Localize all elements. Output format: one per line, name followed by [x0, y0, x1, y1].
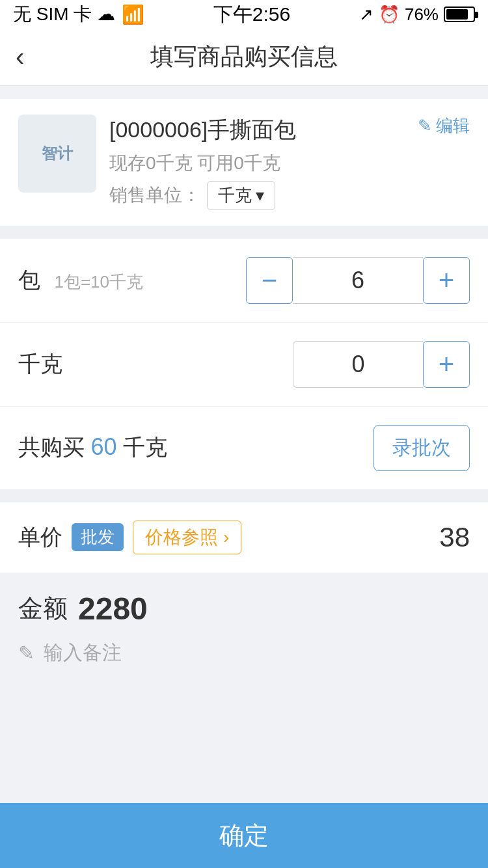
nav-bar: ‹ 填写商品购买信息 [0, 29, 488, 86]
confirm-label: 确定 [219, 819, 269, 852]
back-button[interactable]: ‹ [16, 42, 24, 72]
price-tag: 批发 [72, 523, 124, 551]
product-card: 智计 [0000006]手撕面包 现存0千克 可用0千克 销售单位： 千克 ▾ … [0, 99, 488, 226]
wifi-icon: 📶 [122, 4, 144, 25]
confirm-bar[interactable]: 确定 [0, 803, 488, 868]
total-row: 共购买 60 千克 录批次 [0, 407, 488, 489]
unit-value: 千克 [218, 184, 252, 207]
product-thumbnail: 智计 [18, 115, 96, 193]
qty-row-bao: 包 1包=10千克 − + [0, 239, 488, 323]
qty-label-kg: 千克 [18, 349, 293, 379]
edit-label: 编辑 [436, 115, 470, 137]
edit-button[interactable]: ✎ 编辑 [418, 115, 470, 137]
divider-1 [0, 226, 488, 239]
price-value: 38 [439, 522, 470, 553]
qty-input-kg[interactable] [293, 341, 423, 388]
amount-section: 金额 2280 ✎ 输入备注 [0, 573, 488, 685]
qty-minus-bao[interactable]: − [246, 257, 293, 304]
total-text: 共购买 60 千克 [18, 433, 167, 463]
page-title: 填写商品购买信息 [150, 41, 338, 73]
product-name: [0000006]手撕面包 [109, 115, 405, 146]
unit-select[interactable]: 千克 ▾ [207, 181, 275, 210]
sim-status: 无 SIM 卡 ☁ [13, 2, 115, 27]
battery-icon [444, 7, 475, 22]
qty-row-kg: 千克 + [0, 323, 488, 407]
price-ref-label: 价格参照 [145, 525, 218, 550]
status-time: 下午2:56 [213, 1, 290, 28]
qty-input-bao[interactable] [293, 257, 423, 304]
price-section: 单价 批发 价格参照 › 38 [0, 502, 488, 573]
qty-controls-bao: − + [246, 257, 470, 304]
product-info: [0000006]手撕面包 现存0千克 可用0千克 销售单位： 千克 ▾ [109, 115, 405, 210]
thumb-text: 智计 [42, 143, 73, 164]
battery-percent: 76% [405, 5, 439, 25]
quantity-section: 包 1包=10千克 − + 千克 + [0, 239, 488, 407]
amount-value: 2280 [78, 591, 148, 627]
status-bar: 无 SIM 卡 ☁ 📶 下午2:56 ↗ ⏰ 76% [0, 0, 488, 29]
qty-plus-bao[interactable]: + [423, 257, 470, 304]
note-placeholder: 输入备注 [44, 640, 122, 666]
edit-icon: ✎ [418, 116, 432, 136]
note-icon: ✎ [18, 642, 34, 664]
price-label: 单价 [18, 522, 62, 552]
product-stock: 现存0千克 可用0千克 [109, 151, 405, 176]
amount-label: 金额 [18, 592, 68, 625]
location-icon: ↗ [359, 5, 373, 25]
amount-row: 金额 2280 [18, 591, 470, 627]
status-right: ↗ ⏰ 76% [359, 5, 475, 25]
divider-2 [0, 489, 488, 502]
qty-hint-bao: 1包=10千克 [54, 272, 143, 292]
note-row[interactable]: ✎ 输入备注 [18, 627, 470, 685]
product-unit-row: 销售单位： 千克 ▾ [109, 181, 405, 210]
price-ref-button[interactable]: 价格参照 › [133, 521, 241, 554]
unit-chevron-icon: ▾ [256, 185, 264, 206]
batch-button[interactable]: 录批次 [373, 425, 470, 471]
qty-label-bao: 包 1包=10千克 [18, 265, 246, 295]
status-left: 无 SIM 卡 ☁ 📶 [13, 2, 144, 27]
total-amount: 60 [90, 433, 116, 460]
alarm-icon: ⏰ [379, 5, 400, 25]
price-ref-chevron-icon: › [223, 527, 229, 548]
qty-plus-kg[interactable]: + [423, 341, 470, 388]
qty-controls-kg: + [293, 341, 470, 388]
